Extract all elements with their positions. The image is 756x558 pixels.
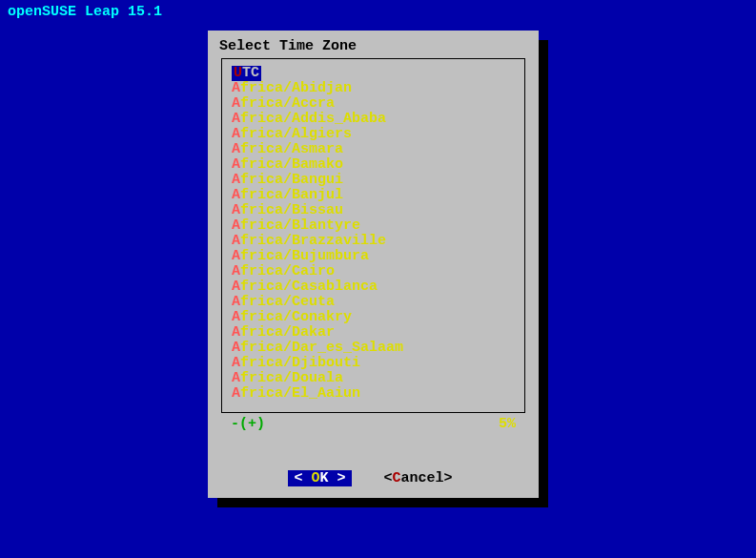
item-label: frica/Asmara <box>240 141 343 157</box>
item-label: TC <box>242 65 259 81</box>
list-item[interactable]: Africa/Dakar <box>232 325 515 341</box>
list-item[interactable]: Africa/Abidjan <box>232 81 515 96</box>
list-item[interactable]: Africa/Accra <box>232 96 515 112</box>
item-hotkey: A <box>232 217 240 234</box>
item-label: frica/Abidjan <box>240 80 352 96</box>
item-label: frica/Accra <box>240 95 335 112</box>
cancel-hotkey: C <box>393 470 401 486</box>
item-hotkey: A <box>232 233 240 249</box>
item-label: frica/Addis_Ababa <box>240 111 386 127</box>
item-hotkey: A <box>232 385 240 402</box>
list-item[interactable]: Africa/Cairo <box>232 264 515 279</box>
list-item[interactable]: Africa/Algiers <box>232 127 515 142</box>
item-label: frica/Bamako <box>240 156 343 173</box>
item-hotkey: A <box>232 355 240 371</box>
list-item[interactable]: Africa/Conakry <box>232 310 515 325</box>
item-hotkey: A <box>232 263 240 279</box>
item-hotkey: A <box>232 370 240 386</box>
item-label: frica/Blantyre <box>240 217 360 234</box>
item-hotkey: A <box>232 294 240 310</box>
item-hotkey: A <box>232 156 240 173</box>
item-hotkey: A <box>232 141 240 157</box>
scroll-status: -(+) 5% <box>221 417 525 432</box>
scroll-indicator: -(+) <box>231 417 265 432</box>
cancel-button[interactable]: <Cancel> <box>378 470 459 486</box>
item-label: frica/Algiers <box>240 126 352 142</box>
item-label: frica/Casablanca <box>240 279 378 295</box>
item-label: frica/Cairo <box>240 263 335 279</box>
list-item[interactable]: Africa/Douala <box>232 371 515 386</box>
list-item[interactable]: UTC <box>232 66 261 81</box>
cancel-rest: ancel> <box>401 470 453 486</box>
ok-open: < <box>294 470 311 486</box>
item-hotkey: A <box>232 126 240 142</box>
list-item[interactable]: Africa/Blantyre <box>232 218 515 234</box>
item-label: frica/Bujumbura <box>240 248 369 264</box>
scroll-percent: 5% <box>499 417 516 432</box>
list-item[interactable]: Africa/Casablanca <box>232 279 515 295</box>
cancel-open: < <box>384 470 393 486</box>
item-label: frica/Dakar <box>240 324 335 341</box>
item-label: frica/Conakry <box>240 309 352 325</box>
list-item[interactable]: Africa/Ceuta <box>232 295 515 310</box>
list-item[interactable]: Africa/Banjul <box>232 188 515 203</box>
ok-rest: K > <box>319 470 345 486</box>
item-label: frica/El_Aaiun <box>240 385 360 402</box>
item-label: frica/Djibouti <box>240 355 360 371</box>
list-item[interactable]: Africa/Bamako <box>232 157 515 173</box>
item-hotkey: A <box>232 340 240 356</box>
item-label: frica/Ceuta <box>240 294 335 310</box>
button-row: < OK > <Cancel> <box>215 470 531 486</box>
page-title: openSUSE Leap 15.1 <box>0 0 756 24</box>
item-hotkey: A <box>232 248 240 264</box>
item-hotkey: A <box>232 172 240 188</box>
item-label: frica/Banjul <box>240 187 343 203</box>
item-hotkey: A <box>232 279 240 295</box>
list-item[interactable]: Africa/Djibouti <box>232 356 515 371</box>
list-item[interactable]: Africa/El_Aaiun <box>232 386 515 402</box>
item-hotkey: A <box>232 324 240 341</box>
item-hotkey: A <box>232 111 240 127</box>
list-item[interactable]: Africa/Bujumbura <box>232 249 515 264</box>
item-label: frica/Dar_es_Salaam <box>240 340 403 356</box>
item-label: frica/Bissau <box>240 202 343 218</box>
item-hotkey: A <box>232 309 240 325</box>
item-hotkey: A <box>232 202 240 218</box>
item-hotkey: A <box>232 187 240 203</box>
item-hotkey: A <box>232 80 240 96</box>
list-item[interactable]: Africa/Bangui <box>232 173 515 188</box>
list-item[interactable]: Africa/Bissau <box>232 203 515 218</box>
list-item[interactable]: Africa/Addis_Ababa <box>232 112 515 127</box>
item-label: frica/Bangui <box>240 172 343 188</box>
list-item[interactable]: Africa/Dar_es_Salaam <box>232 341 515 356</box>
item-label: frica/Douala <box>240 370 343 386</box>
dialog-title: Select Time Zone <box>215 38 531 54</box>
item-hotkey: U <box>234 65 242 81</box>
ok-button[interactable]: < OK > <box>288 470 351 486</box>
timezone-list[interactable]: UTCAfrica/AbidjanAfrica/AccraAfrica/Addi… <box>221 58 525 413</box>
item-label: frica/Brazzaville <box>240 233 386 249</box>
list-item[interactable]: Africa/Brazzaville <box>232 234 515 249</box>
list-item[interactable]: Africa/Asmara <box>232 142 515 157</box>
timezone-dialog: Select Time Zone UTCAfrica/AbidjanAfrica… <box>208 31 539 498</box>
item-hotkey: A <box>232 95 240 112</box>
